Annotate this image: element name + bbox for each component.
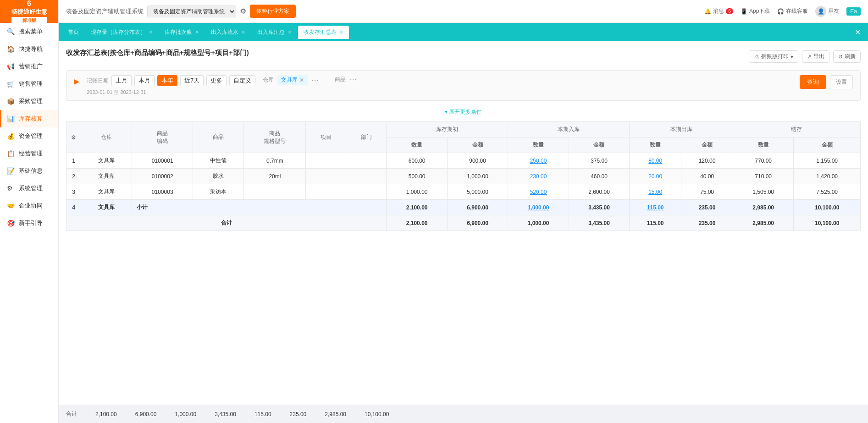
filter-actions: 查询 设置 — [800, 75, 853, 89]
sidebar-item-marketing[interactable]: 📢营销推广 — [0, 58, 58, 75]
footer-total-inbound-amt: 3,435.00 — [215, 411, 236, 418]
row-name-1: 胶水 — [193, 169, 243, 184]
row-index-1: 2 — [66, 169, 81, 184]
tabbar: 首页现存量（库存分布表）✕库存批次账✕出入库流水✕出入库汇总✕收发存汇总表✕ ✕ — [59, 23, 868, 41]
warehouse-more[interactable]: ··· — [311, 76, 318, 84]
tab-close-2[interactable]: ✕ — [195, 29, 199, 35]
sidebar-item-system[interactable]: ⚙系统管理 — [0, 180, 58, 197]
inbound-qty-header: 数量 — [508, 137, 569, 153]
sidebar-label-search: 搜索菜单 — [19, 27, 43, 36]
tab-0[interactable]: 首页 — [62, 26, 84, 39]
warehouse-remove-icon[interactable]: ✕ — [299, 77, 304, 83]
date-btn-this-month[interactable]: 本月 — [134, 75, 155, 86]
tabbar-close-icon[interactable]: ✕ — [851, 26, 864, 38]
row-closing-qty-2: 1,505.00 — [733, 184, 793, 200]
row-inbound-qty-1[interactable]: 230.00 — [508, 169, 569, 184]
row-index-0: 1 — [66, 153, 81, 169]
warehouse-label: 仓库 — [263, 76, 274, 84]
subtotal-outbound-qty[interactable]: 115.00 — [630, 200, 681, 215]
settings-icon[interactable]: ⚙ — [240, 7, 246, 16]
footer-opening-amt: 6,900.00 — [447, 215, 508, 231]
subtotal-inbound-amt: 3,435.00 — [569, 200, 629, 215]
user-item[interactable]: 👤 用友 — [815, 6, 839, 17]
row-opening-amt-0: 900.00 — [447, 153, 508, 169]
tab-label-5: 收发存汇总表 — [304, 28, 337, 36]
row-inbound-qty-2[interactable]: 520.00 — [508, 184, 569, 200]
sidebar-label-newuser: 新手引导 — [19, 219, 43, 227]
footer-total-opening-qty: 2,100.00 — [95, 411, 117, 418]
sidebar-label-business: 经营管理 — [19, 149, 43, 158]
row-opening-amt-1: 1,000.00 — [447, 169, 508, 184]
outbound-amt-header: 金额 — [681, 137, 733, 153]
tab-3[interactable]: 出入库流水✕ — [205, 26, 251, 39]
sidebar-item-inventory[interactable]: 📊库存核算 — [0, 110, 58, 127]
tab-close-1[interactable]: ✕ — [149, 29, 153, 35]
sidebar-item-sales[interactable]: 🛒销售管理 — [0, 75, 58, 93]
filter-settings-btn[interactable]: 设置 — [830, 75, 853, 89]
warehouse-filter: 仓库 文具库 ✕ ··· — [263, 75, 318, 85]
row-inbound-amt-1: 460.00 — [569, 169, 629, 184]
sidebar-item-cooperation[interactable]: 🤝企业协同 — [0, 197, 58, 214]
goods-more[interactable]: ··· — [349, 75, 356, 83]
footer-label: 合计 — [66, 215, 387, 231]
date-filter-section: 记账日期 上月 本月 本年 近7天 更多 自定义 2023-01-01 至 20… — [87, 75, 255, 96]
sidebar-item-search[interactable]: 🔍搜索菜单 — [0, 23, 58, 40]
date-btn-7days[interactable]: 近7天 — [180, 75, 204, 86]
subtotal-opening-amt: 6,900.00 — [447, 200, 508, 215]
footer-total-closing-qty: 2,985.00 — [325, 411, 346, 418]
filter-bar: ▶ 记账日期 上月 本月 本年 近7天 更多 自定义 2023-01-01 至 … — [66, 70, 861, 101]
sidebar-item-business[interactable]: 📋经营管理 — [0, 145, 58, 162]
tab-2[interactable]: 库存批次账✕ — [159, 26, 205, 39]
tab-label-1: 现存量（库存分布表） — [91, 28, 146, 36]
online-support-item[interactable]: 🎧 在线客服 — [777, 7, 808, 15]
row-warehouse-2: 文具库 — [81, 184, 132, 200]
table-settings-header[interactable]: ⚙ — [66, 122, 81, 153]
date-btn-last-month[interactable]: 上月 — [111, 75, 132, 86]
print-btn[interactable]: 🖨 拆账版打印 ▾ — [749, 50, 798, 63]
date-btn-this-year[interactable]: 本年 — [157, 75, 177, 86]
row-outbound-qty-0[interactable]: 80.00 — [630, 153, 681, 169]
date-range: 2023-01-01 至 2023-12-31 — [87, 89, 255, 96]
row-inbound-amt-0: 375.00 — [569, 153, 629, 169]
subtotal-inbound-qty[interactable]: 1,000.00 — [508, 200, 569, 215]
row-outbound-qty-2[interactable]: 15.00 — [630, 184, 681, 200]
system-dropdown[interactable]: 装备及固定资产辅助管理系统 — [147, 5, 236, 17]
row-code-1: 0100002 — [132, 169, 193, 184]
tab-5[interactable]: 收发存汇总表✕ — [298, 26, 349, 39]
row-warehouse-0: 文具库 — [81, 153, 132, 169]
row-opening-qty-1: 500.00 — [387, 169, 447, 184]
mobile-icon: 📱 — [741, 8, 747, 15]
date-btn-more[interactable]: 更多 — [206, 75, 227, 86]
row-opening-amt-2: 5,000.00 — [447, 184, 508, 200]
tab-close-5[interactable]: ✕ — [339, 29, 343, 35]
sidebar-item-finance[interactable]: 💰资金管理 — [0, 127, 58, 145]
row-closing-amt-1: 1,420.00 — [794, 169, 861, 184]
row-dept-1 — [346, 169, 387, 184]
tab-1[interactable]: 现存量（库存分布表）✕ — [85, 26, 158, 39]
tab-4[interactable]: 出入库汇总✕ — [252, 26, 297, 39]
app-download-label: App下载 — [749, 7, 770, 15]
expand-conditions[interactable]: ▾ 展开更多条件 — [66, 106, 861, 118]
user-avatar: 👤 — [815, 6, 826, 17]
notification-item[interactable]: 🔔 消息 6 — [704, 7, 733, 15]
query-btn[interactable]: 查询 — [800, 75, 826, 89]
date-btn-custom[interactable]: 自定义 — [229, 75, 255, 86]
tab-close-3[interactable]: ✕ — [241, 29, 245, 35]
sidebar-item-purchase[interactable]: 📦采购管理 — [0, 93, 58, 110]
refresh-btn[interactable]: ↺ 刷新 — [833, 50, 861, 63]
sidebar-item-quicknav[interactable]: 🏠快捷导航 — [0, 40, 58, 58]
export-btn[interactable]: ↗ 导出 — [802, 50, 829, 63]
footer-total-outbound-amt: 235.00 — [290, 411, 307, 418]
filter-toggle-icon[interactable]: ▶ — [74, 77, 79, 86]
experience-btn[interactable]: 体验行业方案 — [250, 5, 296, 18]
sidebar-item-basicinfo[interactable]: 📝基础信息 — [0, 162, 58, 180]
row-inbound-qty-0[interactable]: 250.00 — [508, 153, 569, 169]
tab-close-4[interactable]: ✕ — [287, 29, 292, 35]
sidebar-item-newuser[interactable]: 🎯新手引导 — [0, 214, 58, 232]
quicknav-icon: 🏠 — [7, 45, 15, 53]
row-outbound-qty-1[interactable]: 20.00 — [630, 169, 681, 184]
subtotal-outbound-amt: 235.00 — [681, 200, 733, 215]
table-row: 1 文具库 0100001 中性笔 0.7mm 600.00 900.00 25… — [66, 153, 861, 169]
app-download-item[interactable]: 📱 App下载 — [741, 7, 770, 15]
sidebar-label-inventory: 库存核算 — [19, 115, 43, 123]
